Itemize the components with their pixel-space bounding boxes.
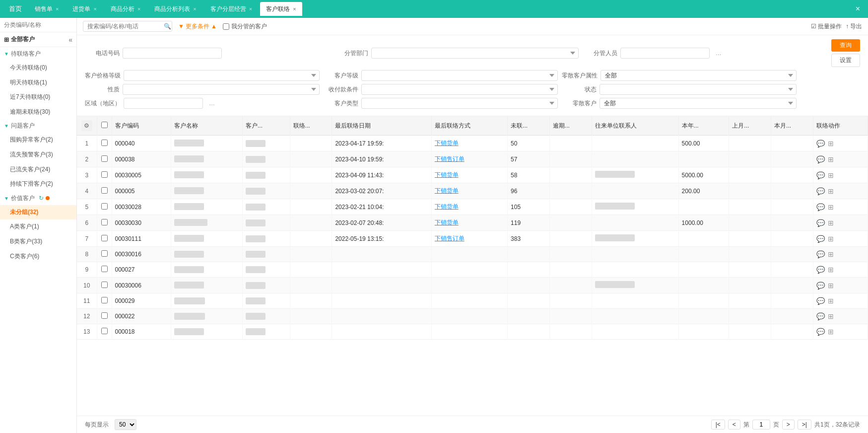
chat-icon[interactable]: 💬	[816, 203, 825, 211]
close-icon[interactable]: ×	[293, 6, 296, 12]
export-btn[interactable]: ↑ 导出	[846, 22, 862, 31]
last-contact-method[interactable]	[431, 262, 507, 278]
row-checkbox-cell[interactable]	[97, 293, 112, 309]
more-conditions-btn[interactable]: ▼ 更多条件 ▲	[178, 22, 217, 31]
row-checkbox[interactable]	[101, 235, 108, 241]
last-method-link[interactable]: 下销货单	[435, 219, 459, 226]
last-method-link[interactable]: 下销售订单	[435, 155, 465, 162]
more-icon[interactable]: ⊞	[828, 203, 834, 211]
sidebar-section-pending[interactable]: ▼ 待联络客户	[0, 47, 76, 61]
next-page-btn[interactable]: >	[782, 420, 795, 430]
chat-icon[interactable]: 💬	[816, 140, 825, 147]
my-customers-check[interactable]	[223, 23, 229, 30]
row-checkbox[interactable]	[101, 155, 108, 162]
more-icon[interactable]: ⊞	[828, 266, 834, 274]
last-method-link[interactable]: 下销售订单	[435, 235, 465, 242]
col-header-checkbox[interactable]	[97, 116, 112, 136]
row-checkbox[interactable]	[101, 282, 108, 288]
last-method-link[interactable]: 下销货单	[435, 140, 459, 146]
last-contact-method[interactable]: 下销售订单	[431, 151, 507, 167]
row-checkbox-cell[interactable]	[97, 183, 112, 199]
last-contact-method[interactable]	[431, 324, 507, 340]
chat-icon[interactable]: 💬	[816, 297, 825, 305]
retail-customer-select[interactable]: 全部	[600, 98, 797, 109]
row-checkbox[interactable]	[101, 219, 108, 225]
chat-icon[interactable]: 💬	[816, 187, 825, 195]
row-checkbox[interactable]	[101, 140, 108, 146]
more-icon[interactable]: ⊞	[828, 171, 834, 179]
row-checkbox[interactable]	[101, 297, 108, 303]
last-method-link[interactable]: 下销货单	[435, 171, 459, 178]
first-page-btn[interactable]: |<	[711, 420, 725, 430]
close-icon[interactable]: ×	[56, 6, 59, 12]
row-checkbox-cell[interactable]	[97, 199, 112, 215]
reset-button[interactable]: 设置	[831, 54, 860, 67]
sidebar-section-value[interactable]: ▼ 价值客户 ↻	[0, 192, 76, 205]
all-customers-header[interactable]: ⊞ 全部客户 «	[0, 32, 76, 47]
retail-attr-select[interactable]: 全部	[601, 70, 797, 81]
chat-icon[interactable]: 💬	[816, 282, 825, 289]
sidebar-section-problem[interactable]: ▼ 问题客户	[0, 119, 76, 133]
row-checkbox-cell[interactable]	[97, 309, 112, 324]
last-contact-method[interactable]	[431, 278, 507, 293]
sidebar-item-tomorrow[interactable]: 明天待联络(1)	[0, 75, 76, 90]
sidebar-item-overdue[interactable]: 逾期未联络(30)	[0, 105, 76, 120]
sidebar-item-class-a[interactable]: A类客户(1)	[0, 219, 76, 234]
tab-product-analysis[interactable]: 商品分析 ×	[105, 2, 146, 16]
last-contact-method[interactable]: 下销货单	[431, 199, 507, 215]
search-button[interactable]: 查询	[831, 39, 860, 52]
customer-grade-select[interactable]	[361, 70, 558, 81]
gear-icon[interactable]: ⚙	[81, 120, 92, 131]
more-icon[interactable]: ⊞	[828, 297, 834, 305]
region-more-icon[interactable]: …	[206, 100, 218, 107]
row-checkbox[interactable]	[101, 266, 108, 272]
more-icon[interactable]: ⊞	[828, 282, 834, 289]
sidebar-item-churn-warning[interactable]: 流失预警客户(3)	[0, 147, 76, 162]
tab-sales-order[interactable]: 销售单 ×	[29, 2, 65, 16]
row-checkbox-cell[interactable]	[97, 215, 112, 231]
tab-customer-contact[interactable]: 客户联络 ×	[260, 2, 302, 16]
window-close-button[interactable]: ×	[852, 4, 864, 13]
phone-input[interactable]	[123, 48, 222, 59]
more-icon[interactable]: ⊞	[828, 155, 834, 163]
refresh-icon[interactable]: ↻	[39, 195, 44, 202]
last-contact-method[interactable]: 下销售订单	[431, 231, 507, 247]
sidebar-item-churned[interactable]: 已流失客户(24)	[0, 162, 76, 177]
payment-select[interactable]	[361, 84, 558, 95]
sidebar-item-declining[interactable]: 持续下滑客户(2)	[0, 177, 76, 192]
more-icon[interactable]: ⊞	[828, 187, 834, 195]
close-icon[interactable]: ×	[137, 6, 140, 12]
sidebar-item-class-c[interactable]: C类客户(6)	[0, 249, 76, 264]
status-select[interactable]	[600, 84, 797, 95]
row-checkbox[interactable]	[101, 328, 108, 334]
row-checkbox-cell[interactable]	[97, 247, 112, 262]
row-checkbox[interactable]	[101, 187, 108, 194]
row-checkbox-cell[interactable]	[97, 167, 112, 183]
chat-icon[interactable]: 💬	[816, 155, 825, 163]
row-checkbox-cell[interactable]	[97, 262, 112, 278]
close-icon[interactable]: ×	[249, 6, 252, 12]
last-contact-method[interactable]	[431, 247, 507, 262]
collapse-icon[interactable]: «	[68, 36, 72, 44]
sidebar-item-abnormal[interactable]: 囤购异常客户(2)	[0, 133, 76, 147]
last-contact-method[interactable]: 下销货单	[431, 167, 507, 183]
chat-icon[interactable]: 💬	[816, 235, 825, 243]
my-customers-checkbox[interactable]: 我分管的客户	[223, 22, 267, 31]
chat-icon[interactable]: 💬	[816, 250, 825, 258]
sidebar-item-class-b[interactable]: B类客户(33)	[0, 234, 76, 249]
close-icon[interactable]: ×	[193, 6, 196, 12]
row-checkbox[interactable]	[101, 171, 108, 178]
row-checkbox[interactable]	[101, 250, 108, 257]
more-icon[interactable]: ⊞	[828, 312, 834, 320]
page-number-input[interactable]	[752, 420, 770, 430]
last-contact-method[interactable]: 下销货单	[431, 215, 507, 231]
person-input[interactable]	[620, 48, 710, 59]
select-all-checkbox[interactable]	[101, 122, 108, 128]
row-checkbox[interactable]	[101, 312, 108, 319]
main-search-container[interactable]: 🔍	[83, 21, 172, 32]
per-page-select[interactable]: 50	[115, 419, 136, 430]
batch-op-btn[interactable]: ☑ 批量操作	[811, 22, 842, 31]
last-contact-method[interactable]	[431, 309, 507, 324]
tab-purchase-order[interactable]: 进货单 ×	[67, 2, 102, 16]
chat-icon[interactable]: 💬	[816, 312, 825, 320]
